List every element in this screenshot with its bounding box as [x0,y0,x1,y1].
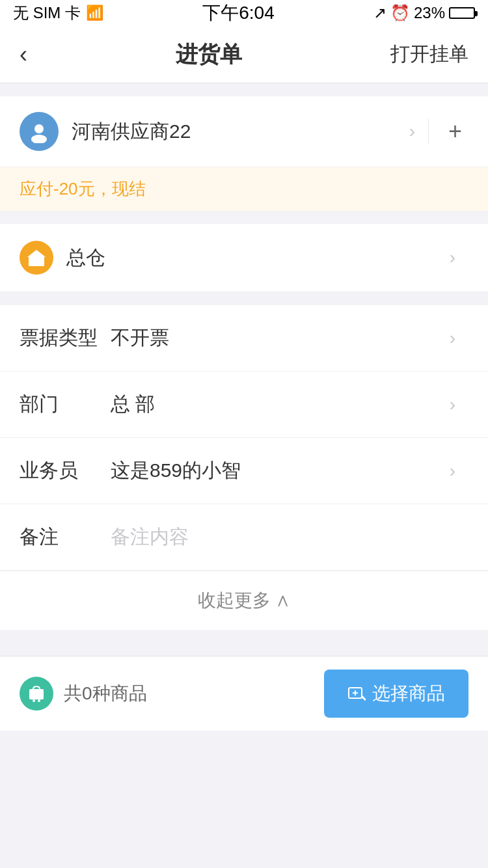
section-gap-4 [0,630,488,643]
warehouse-icon [20,241,53,275]
warehouse-chevron-icon: › [450,247,455,268]
status-time: 下午6:04 [202,1,275,25]
status-left: 无 SIM 卡 📶 [13,3,103,23]
svg-rect-4 [29,689,44,699]
invoice-type-chevron-icon: › [450,328,455,349]
back-button[interactable]: ‹ [20,41,27,68]
salesperson-label: 业务员 [20,457,111,484]
cart-icon [27,684,46,703]
battery-text: 23% [414,4,445,22]
avatar-icon [27,120,51,143]
product-count-icon [20,677,53,711]
remark-placeholder: 备注内容 [111,524,468,550]
bottom-bar: 共0种商品 选择商品 [0,656,488,731]
supplier-name: 河南供应商22 [72,118,409,145]
nav-bar: ‹ 进货单 打开挂单 [0,26,488,83]
svg-marker-3 [27,250,46,257]
remark-label: 备注 [20,524,111,550]
remark-row[interactable]: 备注 备注内容 [0,504,488,571]
svg-line-8 [362,696,366,700]
department-label: 部门 [20,391,111,418]
section-gap-2 [0,211,488,224]
salesperson-chevron-icon: › [450,461,455,481]
location-icon: ↗ [373,4,386,22]
section-gap-3 [0,292,488,305]
section-gap-1 [0,83,488,96]
svg-point-1 [31,135,47,143]
collapse-button[interactable]: 收起更多 ∧ [0,571,488,630]
product-count-text: 共0种商品 [64,681,324,706]
supplier-section: 河南供应商22 › + 应付-20元，现结 [0,96,488,211]
supplier-notice: 应付-20元，现结 [0,167,488,211]
supplier-avatar [20,112,59,151]
open-pending-button[interactable]: 打开挂单 [390,41,468,68]
warehouse-svg [27,248,46,267]
salesperson-value: 这是859的小智 [111,457,450,484]
warehouse-row[interactable]: 总仓 › [0,224,488,292]
select-product-button[interactable]: 选择商品 [324,670,468,718]
svg-point-0 [34,124,44,133]
invoice-type-label: 票据类型 [20,325,111,351]
department-chevron-icon: › [450,394,455,415]
add-supplier-button[interactable]: + [442,118,468,145]
svg-point-5 [33,699,35,702]
page-title: 进货单 [176,40,242,70]
salesperson-row[interactable]: 业务员 这是859的小智 › [0,438,488,504]
status-right: ↗ ⏰ 23% [373,4,475,22]
department-value: 总 部 [111,391,450,418]
wifi-icon: 📶 [86,5,103,21]
fields-section: 票据类型 不开票 › 部门 总 部 › 业务员 这是859的小智 › 备注 备注… [0,305,488,630]
alarm-icon: ⏰ [390,4,410,22]
supplier-row[interactable]: 河南供应商22 › + [0,96,488,167]
supplier-chevron-icon: › [409,121,415,142]
no-sim-text: 无 SIM 卡 [13,3,81,23]
department-row[interactable]: 部门 总 部 › [0,372,488,438]
battery-icon [449,7,475,19]
warehouse-name: 总仓 [66,245,450,271]
svg-rect-2 [29,257,44,266]
warehouse-section: 总仓 › [0,224,488,292]
select-product-icon [347,685,366,703]
invoice-type-row[interactable]: 票据类型 不开票 › [0,305,488,372]
status-bar: 无 SIM 卡 📶 下午6:04 ↗ ⏰ 23% [0,0,488,26]
invoice-type-value: 不开票 [111,325,450,351]
vertical-divider [428,118,429,144]
svg-point-6 [38,699,40,702]
select-product-label: 选择商品 [372,681,445,706]
